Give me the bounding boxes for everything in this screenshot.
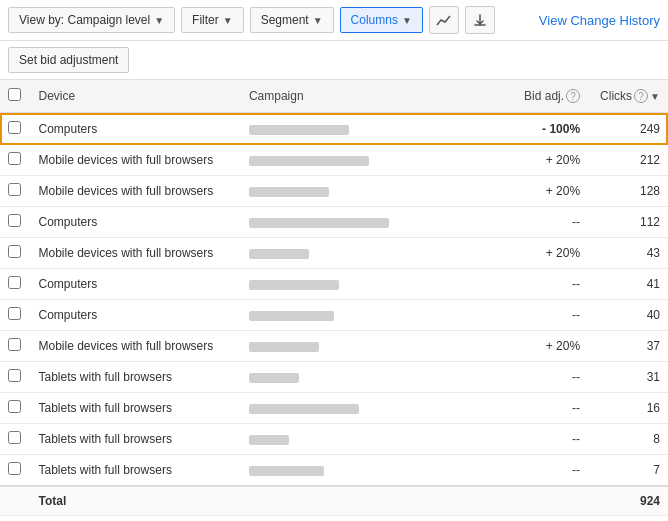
- total-bid-col: [493, 486, 588, 516]
- row-checkbox[interactable]: [8, 276, 21, 289]
- campaign-cell: [241, 362, 494, 393]
- view-by-label: View by: Campaign level: [19, 13, 150, 27]
- campaign-bar: [249, 466, 324, 476]
- campaign-bar: [249, 187, 329, 197]
- bid-adj-cell: + 20%: [493, 331, 588, 362]
- row-checkbox[interactable]: [8, 400, 21, 413]
- download-icon-button[interactable]: [465, 6, 495, 34]
- table-row: Computers--40: [0, 300, 668, 331]
- chart-icon-button[interactable]: [429, 6, 459, 34]
- campaign-bar: [249, 435, 289, 445]
- row-checkbox[interactable]: [8, 369, 21, 382]
- campaign-cell: [241, 145, 494, 176]
- view-by-button[interactable]: View by: Campaign level ▼: [8, 7, 175, 33]
- device-cell: Tablets with full browsers: [31, 362, 241, 393]
- campaign-cell: [241, 176, 494, 207]
- select-all-checkbox[interactable]: [8, 88, 21, 101]
- bid-adj-cell: --: [493, 300, 588, 331]
- row-checkbox[interactable]: [8, 121, 21, 134]
- clicks-cell: 249: [588, 113, 668, 145]
- campaign-cell: [241, 424, 494, 455]
- total-campaign-col: [241, 486, 494, 516]
- table-row: Mobile devices with full browsers+ 20%37: [0, 331, 668, 362]
- segment-button[interactable]: Segment ▼: [250, 7, 334, 33]
- row-checkbox-cell: [0, 300, 31, 331]
- device-cell: Computers: [31, 269, 241, 300]
- campaign-bar: [249, 311, 334, 321]
- segment-label: Segment: [261, 13, 309, 27]
- row-checkbox-cell: [0, 269, 31, 300]
- device-cell: Computers: [31, 113, 241, 145]
- data-table: Device Campaign Bid adj. ? Clicks ? ▼: [0, 80, 668, 516]
- bid-adj-label: Set bid adjustment: [19, 53, 118, 67]
- chevron-down-icon: ▼: [313, 15, 323, 26]
- total-row: Total 924: [0, 486, 668, 516]
- clicks-cell: 16: [588, 393, 668, 424]
- row-checkbox-cell: [0, 331, 31, 362]
- campaign-bar: [249, 218, 389, 228]
- row-checkbox-cell: [0, 176, 31, 207]
- row-checkbox[interactable]: [8, 307, 21, 320]
- header-bid-adj: Bid adj. ?: [493, 80, 588, 113]
- row-checkbox-cell: [0, 424, 31, 455]
- bid-adj-cell: + 20%: [493, 145, 588, 176]
- chevron-down-icon: ▼: [154, 15, 164, 26]
- device-cell: Computers: [31, 300, 241, 331]
- main-toolbar: View by: Campaign level ▼ Filter ▼ Segme…: [0, 0, 668, 41]
- bid-adj-cell: + 20%: [493, 176, 588, 207]
- row-checkbox-cell: [0, 238, 31, 269]
- row-checkbox-cell: [0, 393, 31, 424]
- table-row: Tablets with full browsers--7: [0, 455, 668, 487]
- clicks-cell: 128: [588, 176, 668, 207]
- row-checkbox[interactable]: [8, 431, 21, 444]
- view-change-history-link[interactable]: View Change History: [539, 13, 660, 28]
- row-checkbox[interactable]: [8, 183, 21, 196]
- clicks-cell: 7: [588, 455, 668, 487]
- row-checkbox[interactable]: [8, 338, 21, 351]
- filter-label: Filter: [192, 13, 219, 27]
- campaign-cell: [241, 455, 494, 487]
- table-header-row: Device Campaign Bid adj. ? Clicks ? ▼: [0, 80, 668, 113]
- clicks-cell: 31: [588, 362, 668, 393]
- row-checkbox[interactable]: [8, 245, 21, 258]
- row-checkbox[interactable]: [8, 462, 21, 475]
- campaign-header-label: Campaign: [249, 89, 304, 103]
- row-checkbox[interactable]: [8, 214, 21, 227]
- bid-adj-info-icon[interactable]: ?: [566, 89, 580, 103]
- set-bid-adjustment-button[interactable]: Set bid adjustment: [8, 47, 129, 73]
- row-checkbox-cell: [0, 113, 31, 145]
- header-campaign: Campaign: [241, 80, 494, 113]
- campaign-bar: [249, 373, 299, 383]
- table-row: Computers- 100%249: [0, 113, 668, 145]
- row-checkbox[interactable]: [8, 152, 21, 165]
- columns-label: Columns: [351, 13, 398, 27]
- device-cell: Tablets with full browsers: [31, 424, 241, 455]
- secondary-toolbar: Set bid adjustment: [0, 41, 668, 80]
- columns-button[interactable]: Columns ▼: [340, 7, 423, 33]
- device-cell: Mobile devices with full browsers: [31, 331, 241, 362]
- sort-icon[interactable]: ▼: [650, 91, 660, 102]
- clicks-info-icon[interactable]: ?: [634, 89, 648, 103]
- bid-adj-cell: + 20%: [493, 238, 588, 269]
- device-cell: Mobile devices with full browsers: [31, 238, 241, 269]
- table-row: Tablets with full browsers--31: [0, 362, 668, 393]
- row-checkbox-cell: [0, 362, 31, 393]
- filter-button[interactable]: Filter ▼: [181, 7, 244, 33]
- row-checkbox-cell: [0, 455, 31, 487]
- clicks-cell: 37: [588, 331, 668, 362]
- bid-adj-cell: --: [493, 362, 588, 393]
- total-checkbox-col: [0, 486, 31, 516]
- clicks-cell: 43: [588, 238, 668, 269]
- bid-adj-cell: --: [493, 393, 588, 424]
- device-cell: Tablets with full browsers: [31, 455, 241, 487]
- bid-adj-cell: --: [493, 207, 588, 238]
- campaign-bar: [249, 280, 339, 290]
- campaign-cell: [241, 300, 494, 331]
- table-row: Tablets with full browsers--8: [0, 424, 668, 455]
- bid-adj-cell: - 100%: [493, 113, 588, 145]
- clicks-cell: 8: [588, 424, 668, 455]
- bid-adj-cell: --: [493, 455, 588, 487]
- campaign-cell: [241, 238, 494, 269]
- total-label: Total: [31, 486, 241, 516]
- campaign-bar: [249, 342, 319, 352]
